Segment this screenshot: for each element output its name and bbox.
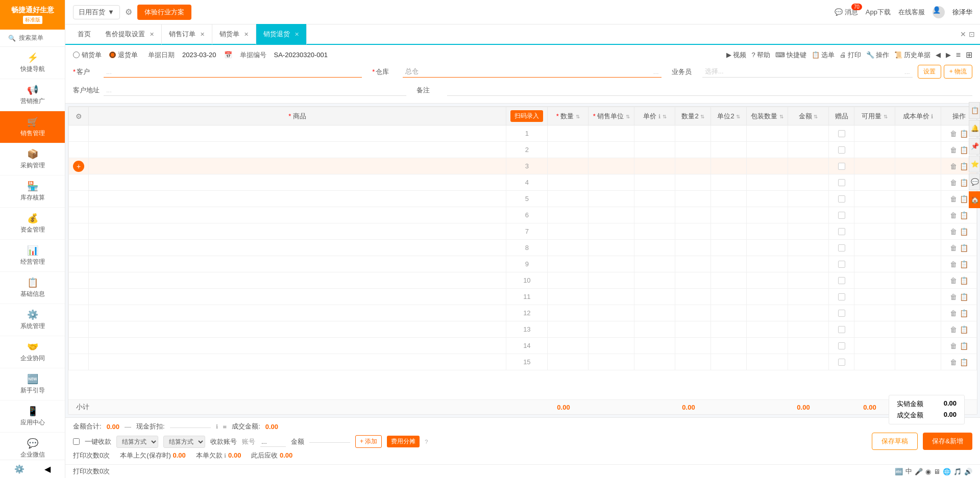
right-panel-btn-3[interactable]: 📌 xyxy=(969,138,980,155)
row-cell-amount-10[interactable] xyxy=(788,272,829,289)
row-cell-gift-11[interactable] xyxy=(829,289,854,305)
row-cell-gift-2[interactable] xyxy=(829,142,854,158)
user-name[interactable]: 徐泽华 xyxy=(952,8,972,17)
row-cell-qty-12[interactable] xyxy=(548,305,589,321)
row-cell-packqty-3[interactable] xyxy=(747,158,788,174)
row-cell-packqty-5[interactable] xyxy=(747,191,788,207)
row-cell-gift-6[interactable] xyxy=(829,207,854,223)
row-cell-unit2-11[interactable] xyxy=(711,289,747,305)
logistics-btn[interactable]: + 物流 xyxy=(944,65,972,79)
row-cell-price-6[interactable] xyxy=(634,207,675,223)
settings-btn[interactable]: 设置 xyxy=(918,65,941,79)
radio-sales[interactable]: 销货单 xyxy=(73,51,102,60)
copy-row-icon-9[interactable]: 📋 xyxy=(960,260,968,268)
bill-status2-info[interactable]: ℹ xyxy=(224,452,226,459)
row-cell-qty2-8[interactable] xyxy=(675,240,711,256)
select-action[interactable]: 📋 选单 xyxy=(812,51,835,60)
row-cell-unit2-2[interactable] xyxy=(711,142,747,158)
sidebar-item-operation[interactable]: 📊 经营管理 xyxy=(0,240,65,272)
goods-input-15[interactable] xyxy=(93,359,502,366)
row-cell-unit2-3[interactable] xyxy=(711,158,747,174)
gift-checkbox-4[interactable] xyxy=(838,179,845,186)
sidebar-item-guide[interactable]: 🆕 新手引导 xyxy=(0,368,65,400)
gift-checkbox-2[interactable] xyxy=(838,146,845,154)
row-cell-qty-8[interactable] xyxy=(548,240,589,256)
goods-input-4[interactable] xyxy=(93,179,502,186)
gift-checkbox-11[interactable] xyxy=(838,293,845,300)
gift-checkbox-10[interactable] xyxy=(838,277,845,284)
copy-row-icon-7[interactable]: 📋 xyxy=(960,228,968,236)
delete-row-icon-1[interactable]: 🗑 xyxy=(950,130,957,138)
copy-row-icon-14[interactable]: 📋 xyxy=(960,342,968,350)
copy-row-icon-11[interactable]: 📋 xyxy=(960,293,968,301)
row-cell-salesunit-1[interactable] xyxy=(589,125,634,142)
row-cell-available-12[interactable] xyxy=(854,305,895,321)
address-input[interactable]: ... xyxy=(104,85,406,96)
add-payment-button[interactable]: + 添加 xyxy=(355,435,382,448)
industry-selector[interactable]: 日用百货 ▼ xyxy=(73,5,120,19)
qty-sort-icon[interactable]: ⇅ xyxy=(576,114,580,119)
gift-checkbox-13[interactable] xyxy=(838,326,845,333)
amount-sort-icon[interactable]: ⇅ xyxy=(814,114,818,119)
row-cell-salesunit-12[interactable] xyxy=(589,305,634,321)
row-cell-salesunit-9[interactable] xyxy=(589,256,634,272)
copy-row-icon-12[interactable]: 📋 xyxy=(960,309,968,317)
row-cell-costprice-7[interactable] xyxy=(895,223,941,240)
row-cell-available-8[interactable] xyxy=(854,240,895,256)
row-cell-price-7[interactable] xyxy=(634,223,675,240)
gift-checkbox-7[interactable] xyxy=(838,228,845,235)
calendar-icon[interactable]: 📅 xyxy=(224,51,232,59)
unit2-sort-icon[interactable]: ⇅ xyxy=(736,114,740,119)
row-cell-price-11[interactable] xyxy=(634,289,675,305)
sidebar-item-shortcut[interactable]: ⚡ 快捷导航 xyxy=(0,47,65,79)
row-cell-costprice-3[interactable] xyxy=(895,158,941,174)
row-cell-price-8[interactable] xyxy=(634,240,675,256)
row-cell-salesunit-7[interactable] xyxy=(589,223,634,240)
row-cell-price-4[interactable] xyxy=(634,174,675,191)
row-cell-gift-14[interactable] xyxy=(829,338,854,354)
copy-row-icon-8[interactable]: 📋 xyxy=(960,244,968,252)
delete-row-icon-12[interactable]: 🗑 xyxy=(950,309,957,317)
row-cell-packqty-15[interactable] xyxy=(747,354,788,370)
payment-amount-input[interactable] xyxy=(309,440,350,443)
row-cell-goods-1[interactable] xyxy=(89,125,506,142)
row-cell-gift-4[interactable] xyxy=(829,174,854,191)
copy-row-icon-4[interactable]: 📋 xyxy=(960,179,968,187)
tab-price-setting[interactable]: 售价提取设置 ✕ xyxy=(98,24,162,44)
available-sort-icon[interactable]: ⇅ xyxy=(884,114,888,119)
row-cell-qty-7[interactable] xyxy=(548,223,589,240)
row-cell-qty-3[interactable] xyxy=(548,158,589,174)
row-cell-packqty-8[interactable] xyxy=(747,240,788,256)
goods-input-11[interactable] xyxy=(93,293,502,300)
row-cell-salesunit-13[interactable] xyxy=(589,321,634,338)
cost-price-info-icon[interactable]: ℹ xyxy=(931,113,933,119)
save-draft-button[interactable]: 保存草稿 xyxy=(872,433,918,450)
row-cell-costprice-9[interactable] xyxy=(895,256,941,272)
row-cell-packqty-13[interactable] xyxy=(747,321,788,338)
row-cell-amount-6[interactable] xyxy=(788,207,829,223)
remark-input[interactable] xyxy=(447,85,972,96)
row-cell-goods-8[interactable] xyxy=(89,240,506,256)
right-panel-btn-4[interactable]: ⭐ xyxy=(969,156,980,172)
right-panel-btn-5[interactable]: 💬 xyxy=(969,173,980,190)
row-cell-costprice-11[interactable] xyxy=(895,289,941,305)
goods-input-1[interactable] xyxy=(93,130,502,137)
row-cell-available-11[interactable] xyxy=(854,289,895,305)
row-cell-price-1[interactable] xyxy=(634,125,675,142)
row-cell-goods-9[interactable] xyxy=(89,256,506,272)
help-action[interactable]: ? 帮助 xyxy=(751,51,770,60)
row-cell-available-10[interactable] xyxy=(854,272,895,289)
row-cell-unit2-4[interactable] xyxy=(711,174,747,191)
row-cell-qty-15[interactable] xyxy=(548,354,589,370)
delete-row-icon-4[interactable]: 🗑 xyxy=(950,179,957,187)
warehouse-input[interactable]: 总仓 ... xyxy=(403,66,661,78)
row-cell-qty-10[interactable] xyxy=(548,272,589,289)
gift-checkbox-14[interactable] xyxy=(838,342,845,349)
row-cell-amount-4[interactable] xyxy=(788,174,829,191)
goods-input-7[interactable] xyxy=(93,228,502,235)
row-cell-salesunit-14[interactable] xyxy=(589,338,634,354)
unit-price-info-icon[interactable]: ℹ xyxy=(658,113,660,119)
row-cell-qty-9[interactable] xyxy=(548,256,589,272)
row-cell-qty2-14[interactable] xyxy=(675,338,711,354)
expense-split-button[interactable]: 费用分摊 xyxy=(387,436,420,447)
